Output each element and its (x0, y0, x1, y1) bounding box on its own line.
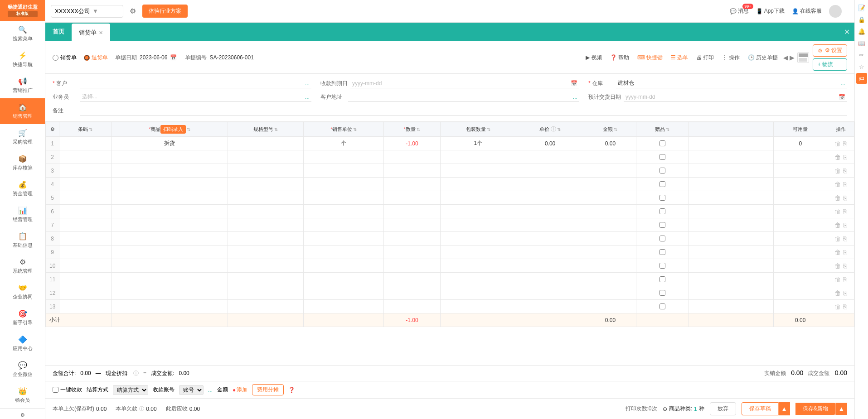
expense-split-button[interactable]: 费用分摊 (252, 384, 284, 395)
sort-unit[interactable]: ⇅ (353, 127, 357, 132)
row-barcode[interactable] (59, 205, 112, 218)
settings-button[interactable]: ⚙ ⚙ 设置 (813, 44, 847, 57)
sort-pkg[interactable]: ⇅ (487, 127, 490, 132)
delete-icon[interactable]: 🗑 (834, 249, 841, 256)
row-qty[interactable] (383, 246, 440, 259)
salesperson-input[interactable]: 选择... ... (80, 92, 311, 102)
row-gift[interactable] (636, 246, 689, 259)
copy-icon[interactable]: ⎘ (843, 249, 847, 256)
sort-qty[interactable]: ⇅ (417, 127, 420, 132)
row-unit[interactable] (304, 218, 384, 232)
due-date-input[interactable]: yyyy-mm-dd 📅 (350, 78, 579, 88)
row-price[interactable] (516, 273, 584, 286)
row-unit[interactable] (304, 205, 384, 218)
row-spec[interactable] (228, 164, 304, 178)
row-price[interactable] (516, 164, 584, 178)
abandon-button[interactable]: 放弃 (710, 402, 736, 415)
row-amount[interactable] (584, 300, 636, 313)
sidebar-item-inventory[interactable]: 📦 库存核算 (0, 150, 45, 176)
row-qty[interactable] (383, 191, 440, 205)
copy-icon[interactable]: ⎘ (843, 208, 847, 215)
row-qty[interactable] (383, 259, 440, 273)
account-select[interactable]: 账号 (179, 385, 204, 395)
row-amount[interactable] (584, 273, 636, 286)
sort-product[interactable]: ⇅ (187, 127, 190, 132)
row-amount[interactable] (584, 191, 636, 205)
sort-amount[interactable]: ⇅ (614, 127, 617, 132)
row-amount[interactable] (584, 150, 636, 164)
delete-icon[interactable]: 🗑 (834, 276, 841, 283)
delete-icon[interactable]: 🗑 (834, 194, 841, 202)
copy-icon[interactable]: ⎘ (843, 181, 847, 188)
row-amount[interactable]: 0.00 (584, 137, 636, 150)
row-gift[interactable] (636, 191, 689, 205)
rp-btn-7[interactable]: 🏷 (856, 73, 867, 84)
row-spec[interactable] (228, 246, 304, 259)
customer-addr-input[interactable]: ... (348, 92, 579, 102)
tab-close-icon[interactable]: ✕ (99, 30, 103, 36)
row-spec[interactable] (228, 259, 304, 273)
sidebar-item-finance[interactable]: 💰 资金管理 (0, 176, 45, 202)
save-draft-arrow[interactable]: ▲ (778, 402, 790, 415)
row-unit[interactable] (304, 300, 384, 313)
row-gift[interactable] (636, 137, 689, 150)
sidebar-item-weixin[interactable]: 💬 企业微信 (0, 356, 45, 382)
warehouse-input[interactable]: 建材仓 ... (616, 78, 847, 88)
row-pkg-qty[interactable] (441, 286, 516, 300)
delete-icon[interactable]: 🗑 (834, 262, 841, 270)
row-product[interactable]: 拆货 (112, 137, 228, 150)
copy-icon[interactable]: ⎘ (843, 303, 847, 310)
row-unit[interactable] (304, 150, 384, 164)
calc-method-select[interactable]: 结算方式 (113, 385, 148, 395)
row-gift[interactable] (636, 300, 689, 313)
delete-icon[interactable]: 🗑 (834, 289, 841, 297)
row-pkg-qty[interactable] (441, 178, 516, 191)
copy-icon[interactable]: ⎘ (843, 289, 847, 297)
delete-icon[interactable]: 🗑 (834, 222, 841, 229)
row-qty[interactable] (383, 150, 440, 164)
copy-icon[interactable]: ⎘ (843, 262, 847, 270)
close-all-tabs-button[interactable]: ✕ (844, 28, 850, 36)
row-product[interactable] (112, 164, 228, 178)
row-barcode[interactable] (59, 246, 112, 259)
row-spec[interactable] (228, 150, 304, 164)
row-unit[interactable] (304, 259, 384, 273)
row-price[interactable] (516, 205, 584, 218)
row-barcode[interactable] (59, 191, 112, 205)
row-price[interactable] (516, 300, 584, 313)
row-barcode[interactable] (59, 150, 112, 164)
industry-plan-button[interactable]: 体验行业方案 (142, 5, 188, 18)
copy-icon[interactable]: ⎘ (843, 167, 847, 174)
save-new-button[interactable]: 保存&新增 (795, 403, 835, 415)
row-unit[interactable] (304, 232, 384, 246)
row-amount[interactable] (584, 178, 636, 191)
delivery-date-input[interactable]: yyyy-mm-dd 📅 (624, 92, 847, 102)
sidebar-settings[interactable]: ⚙ (0, 409, 45, 419)
delete-icon[interactable]: 🗑 (834, 140, 841, 147)
select-button[interactable]: ☰ 选单 (668, 53, 691, 63)
row-amount[interactable] (584, 246, 636, 259)
online-service-link[interactable]: 👤 在线客服 (792, 7, 822, 15)
row-spec[interactable] (228, 178, 304, 191)
sidebar-item-sales[interactable]: 🏠 销售管理 (0, 98, 45, 124)
row-spec[interactable] (228, 286, 304, 300)
sidebar-item-basic[interactable]: 📋 基础信息 (0, 227, 45, 253)
row-pkg-qty[interactable] (441, 150, 516, 164)
row-product[interactable] (112, 191, 228, 205)
sidebar-item-apps[interactable]: 🔷 应用中心 (0, 331, 45, 356)
row-qty[interactable] (383, 178, 440, 191)
copy-icon[interactable]: ⎘ (843, 154, 847, 161)
row-barcode[interactable] (59, 164, 112, 178)
copy-icon[interactable]: ⎘ (843, 222, 847, 229)
copy-icon[interactable]: ⎘ (843, 194, 847, 202)
row-amount[interactable] (584, 232, 636, 246)
print-button[interactable]: 🖨 打印 (693, 53, 717, 63)
copy-icon[interactable]: ⎘ (843, 276, 847, 283)
delete-icon[interactable]: 🗑 (834, 154, 841, 161)
sort-barcode[interactable]: ⇅ (89, 127, 92, 132)
row-amount[interactable] (584, 164, 636, 178)
row-barcode[interactable] (59, 286, 112, 300)
row-amount[interactable] (584, 286, 636, 300)
sidebar-item-collab[interactable]: 🤝 企业协同 (0, 279, 45, 305)
row-qty[interactable] (383, 164, 440, 178)
